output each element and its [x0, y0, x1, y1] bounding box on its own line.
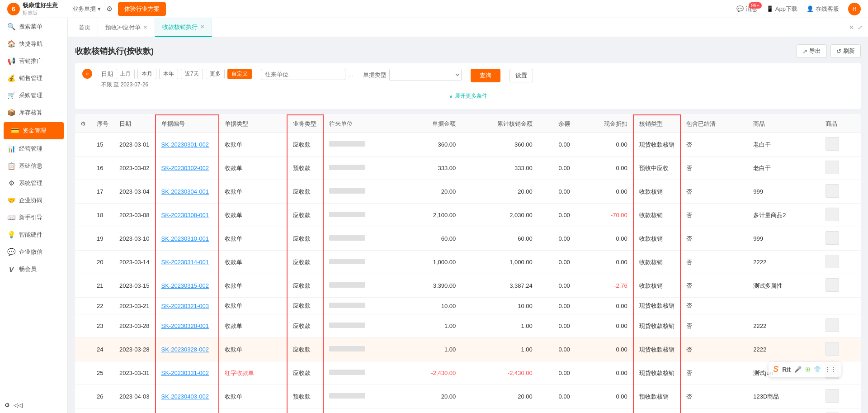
row-hexiao: 现货收款核销	[633, 408, 680, 413]
expand-more-button[interactable]: ∨ 展开更多条件	[449, 92, 487, 100]
query-button[interactable]: 查询	[471, 69, 500, 82]
row-settings[interactable]	[75, 251, 91, 274]
online-service-item[interactable]: 👤 在线客服	[807, 5, 839, 13]
sidebar-item-enterprise[interactable]: 🤝 企业协同	[0, 192, 67, 209]
messages-item[interactable]: 💬 消息 99+	[736, 5, 757, 13]
row-hexiao: 现货收款核销	[633, 298, 680, 314]
settings-bottom-icon[interactable]: ⚙	[5, 402, 10, 408]
experience-button[interactable]: 体验行业方案	[118, 2, 166, 16]
row-danhao[interactable]: SK-20230403-002	[156, 385, 219, 408]
sidebar-item-quick[interactable]: 🏠 快捷导航	[0, 35, 67, 52]
nav-dropdown[interactable]: 业务单据 ▾	[72, 5, 101, 13]
date-btn-last-month[interactable]: 上月	[116, 69, 135, 79]
app-download-item[interactable]: 📱 App下载	[766, 5, 797, 13]
row-yewu: 应收款	[287, 204, 323, 227]
row-danhao[interactable]: SK-20230315-002	[156, 274, 219, 298]
row-settings[interactable]	[75, 133, 91, 157]
row-danhao[interactable]: SK-20230310-001	[156, 227, 219, 251]
toggle-filter-btn[interactable]: »	[82, 69, 92, 79]
row-settings[interactable]	[75, 338, 91, 361]
row-yewu: 应收款	[287, 227, 323, 251]
table-row: 222023-03-21SK-20230321-003收款单应收款10.0010…	[75, 298, 861, 314]
sidebar-item-marketing[interactable]: 📢 营销推广	[0, 52, 67, 70]
voucher-type-label: 单据类型	[363, 71, 387, 79]
voucher-type-select[interactable]	[389, 69, 462, 81]
row-settings[interactable]	[75, 274, 91, 298]
row-balance: 0.00	[538, 314, 576, 338]
refresh-button[interactable]: ↺ 刷新	[830, 44, 861, 58]
sidebar-item-wechat[interactable]: 💬 企业微信	[0, 243, 67, 261]
row-amount: 100.00	[402, 408, 461, 413]
row-type: 收款单	[219, 314, 287, 338]
row-type: 收款单	[219, 157, 287, 180]
close-window-icon[interactable]: ✕	[849, 24, 854, 31]
sidebar-item-purchase[interactable]: 🛒 采购管理	[0, 87, 67, 104]
row-no: 25	[91, 361, 114, 385]
date-btn-this-year[interactable]: 本年	[159, 69, 178, 79]
sidebar-item-basics[interactable]: 📋 基础信息	[0, 157, 67, 175]
row-included: 否	[680, 298, 748, 314]
col-date-header: 日期	[114, 115, 156, 133]
row-yewu: 应收款	[287, 361, 323, 385]
date-btn-7days[interactable]: 近7天	[181, 69, 203, 79]
col-settings-header[interactable]: ⚙	[75, 115, 91, 133]
export-button[interactable]: ↗ 导出	[797, 44, 827, 58]
tab-prepay-close[interactable]: ✕	[143, 24, 147, 30]
row-no: 27	[91, 408, 114, 413]
row-danhao[interactable]: SK-20230408-001	[156, 408, 219, 413]
tab-prepay[interactable]: 预收冲应付单 ✕	[98, 18, 155, 37]
tab-collection-label: 收款核销执行	[162, 23, 198, 31]
expand-window-icon[interactable]: ⤢	[858, 24, 863, 31]
row-settings[interactable]	[75, 157, 91, 180]
messages-badge: 99+	[749, 2, 762, 9]
row-goods2	[820, 251, 861, 274]
row-partner	[323, 251, 402, 274]
partner-input[interactable]	[261, 69, 345, 80]
row-settings[interactable]	[75, 298, 91, 314]
collapse-icon[interactable]: ◁◁	[14, 402, 23, 408]
row-danhao[interactable]: SK-20230308-001	[156, 204, 219, 227]
row-settings[interactable]	[75, 204, 91, 227]
row-settings[interactable]	[75, 180, 91, 204]
date-btn-more[interactable]: 更多	[206, 69, 225, 79]
sidebar-item-guide[interactable]: 📖 新手引导	[0, 209, 67, 226]
row-date: 2023-03-01	[114, 133, 156, 157]
row-danhao[interactable]: SK-20230328-001	[156, 314, 219, 338]
filter-settings-button[interactable]: 设置	[509, 69, 533, 82]
row-danhao[interactable]: SK-20230328-002	[156, 338, 219, 361]
sidebar-item-finance[interactable]: 💳 资金管理	[4, 122, 64, 139]
row-goods2	[820, 274, 861, 298]
row-settings[interactable]	[75, 385, 91, 408]
sidebar-item-system[interactable]: ⚙ 系统管理	[0, 175, 67, 192]
sidebar-label-basics: 基础信息	[19, 162, 42, 170]
tab-collection-close[interactable]: ✕	[200, 24, 204, 30]
row-danhao[interactable]: SK-20230301-002	[156, 133, 219, 157]
row-settings[interactable]	[75, 361, 91, 385]
row-settings[interactable]	[75, 408, 91, 413]
sidebar-item-member[interactable]: V 畅会员	[0, 261, 67, 278]
sidebar-item-sales[interactable]: 💰 销售管理	[0, 70, 67, 87]
gear-icon[interactable]: ⚙	[106, 5, 113, 13]
row-danhao[interactable]: SK-20230304-001	[156, 180, 219, 204]
row-danhao[interactable]: SK-20230331-002	[156, 361, 219, 385]
sidebar-item-search[interactable]: 🔍 搜索菜单	[0, 18, 67, 35]
sidebar-item-hardware[interactable]: 💡 智能硬件	[0, 226, 67, 243]
user-avatar[interactable]: R	[848, 3, 861, 15]
row-settings[interactable]	[75, 227, 91, 251]
brand-watermark: S Rit 🎤 ⊞ 👕 ⋮⋮	[769, 362, 841, 377]
sidebar-label-member: 畅会员	[19, 265, 37, 273]
date-btn-custom[interactable]: 自定义	[227, 69, 252, 79]
sidebar-item-operations[interactable]: 📊 经营管理	[0, 140, 67, 157]
row-danhao[interactable]: SK-20230302-002	[156, 157, 219, 180]
row-discount: 0.00	[576, 180, 633, 204]
date-btn-this-month[interactable]: 本月	[137, 69, 156, 79]
row-danhao[interactable]: SK-20230314-001	[156, 251, 219, 274]
sidebar-item-inventory[interactable]: 📦 库存核算	[0, 104, 67, 121]
row-danhao[interactable]: SK-20230321-003	[156, 298, 219, 314]
row-settings[interactable]	[75, 314, 91, 338]
row-included: 否	[680, 227, 748, 251]
row-partner	[323, 385, 402, 408]
tab-home[interactable]: 首页	[71, 18, 98, 37]
tab-collection[interactable]: 收款核销执行 ✕	[155, 18, 212, 37]
row-partner	[323, 180, 402, 204]
